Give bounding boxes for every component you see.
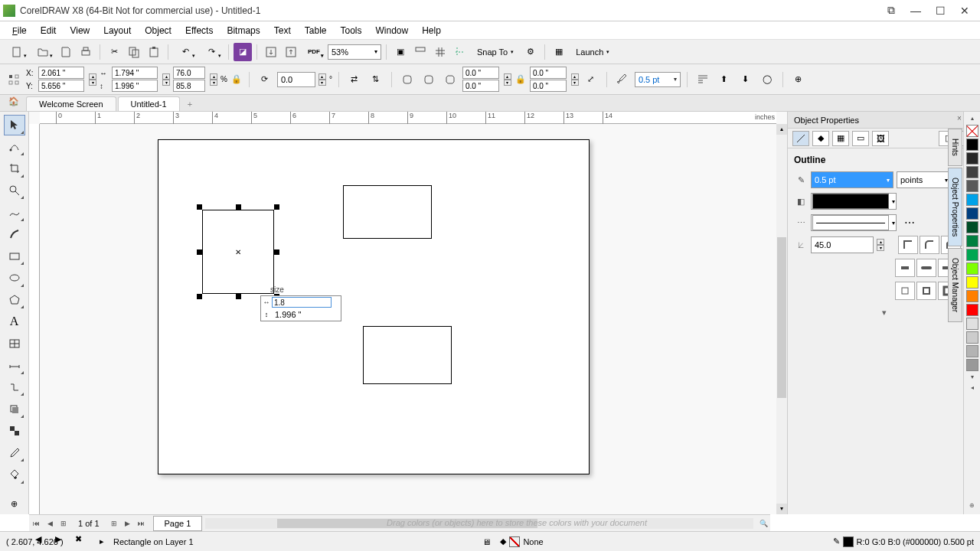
menu-view[interactable]: View (64, 24, 96, 37)
color-swatch[interactable] (966, 331, 978, 344)
crop-tool[interactable] (4, 158, 25, 179)
color-swatch[interactable] (966, 152, 978, 165)
fill-indicator[interactable]: ◆None (500, 536, 543, 547)
color-swatch[interactable] (966, 262, 978, 275)
mirror-h-button[interactable]: ⇄ (345, 70, 364, 89)
nav-add-before[interactable]: ⊞ (57, 517, 70, 530)
relative-corner-button[interactable]: ⤢ (582, 70, 600, 89)
horizontal-ruler[interactable]: inches 01234567891011121314 (40, 112, 776, 124)
selected-rectangle[interactable] (202, 210, 274, 294)
publish-pdf-button[interactable]: PDF (302, 43, 326, 61)
search-content-button[interactable]: ◪ (234, 43, 252, 61)
menu-tools[interactable]: Tools (334, 24, 368, 37)
nav-last-page[interactable]: ⏭ (135, 517, 149, 530)
tab-document[interactable]: Untitled-1 (118, 96, 180, 111)
copy-button[interactable] (125, 43, 143, 61)
quick-customize-button[interactable]: ⊕ (789, 70, 808, 89)
import-button[interactable] (262, 43, 280, 61)
convert-curves-button[interactable]: ◯ (758, 70, 776, 89)
menu-edit[interactable]: Edit (34, 24, 63, 37)
nav-next-page[interactable]: ▶ (121, 517, 135, 530)
pick-tool[interactable] (4, 115, 25, 135)
menu-window[interactable]: Window (370, 24, 415, 37)
corner-l-spinner[interactable]: ▴▾ (504, 73, 511, 86)
palette-scroll-down[interactable]: ▾ (965, 372, 979, 383)
show-grid-button[interactable] (431, 43, 449, 61)
mirror-v-button[interactable]: ⇅ (367, 70, 385, 89)
color-swatch[interactable] (966, 304, 978, 316)
ellipse-tool[interactable] (4, 268, 25, 289)
color-swatch[interactable] (966, 290, 978, 302)
docker-tab-outline[interactable] (792, 131, 809, 146)
outline-settings-button[interactable]: ⋯ (904, 217, 915, 229)
minimize-button[interactable]: — (903, 2, 928, 20)
corner-bl-input[interactable]: 0.0 " (462, 80, 499, 92)
quick-customize-tool[interactable]: ⊕ (4, 494, 25, 515)
menu-layout[interactable]: Layout (97, 24, 137, 37)
tab-welcome[interactable]: Welcome Screen (26, 96, 116, 111)
close-button[interactable]: ✕ (952, 2, 977, 20)
rotation-input[interactable]: 0.0 (277, 72, 315, 87)
new-button[interactable] (5, 43, 29, 61)
object-origin-button[interactable] (5, 70, 23, 89)
scale-y-input[interactable]: 85.8 (173, 80, 205, 92)
menu-file[interactable]: File (6, 24, 33, 37)
cap-round-button[interactable] (916, 259, 936, 277)
color-proof-icon[interactable]: 🖥 (482, 537, 491, 546)
menu-bitmaps[interactable]: Bitmaps (220, 24, 266, 37)
position-center-button[interactable] (916, 282, 936, 300)
drawing-canvas[interactable]: inches 01234567891011121314 ✕ size ↔ ↕1.… (29, 112, 787, 514)
color-swatch[interactable] (966, 345, 978, 357)
color-swatch[interactable] (966, 359, 978, 371)
palette-add[interactable]: ⊕ (965, 500, 979, 511)
color-swatch[interactable] (966, 221, 978, 233)
color-swatch[interactable] (966, 235, 978, 247)
to-back-button[interactable]: ⬇ (737, 70, 755, 89)
menu-table[interactable]: Table (299, 24, 333, 37)
dimension-tool[interactable] (4, 355, 25, 376)
scallop-corner-button[interactable] (420, 70, 438, 89)
scale-spinner[interactable]: ▴▾ (210, 73, 217, 86)
width-input[interactable]: 1.794 " (112, 67, 158, 79)
position-outside-button[interactable] (895, 282, 915, 300)
connector-tool[interactable] (4, 377, 25, 398)
page-tab[interactable]: Page 1 (153, 516, 203, 531)
redo-button[interactable]: ↷ (199, 43, 224, 61)
cut-button[interactable]: ✂ (105, 43, 123, 61)
palette-flyout[interactable]: ◂ (965, 383, 979, 393)
other-instance-icon[interactable]: ⧉ (879, 2, 903, 20)
color-swatch[interactable] (966, 207, 978, 220)
eyedropper-tool[interactable] (4, 442, 25, 463)
nav-add-after[interactable]: ⊞ (107, 517, 121, 530)
outline-style-select[interactable] (811, 214, 897, 231)
quick-nav-left[interactable]: ◀ (29, 530, 47, 548)
zoom-level-select[interactable]: 53% (328, 44, 381, 60)
shape-tool[interactable] (4, 137, 25, 158)
tab-add[interactable]: + (181, 97, 198, 111)
vertical-scrollbar[interactable]: ▴ ▾ (776, 124, 787, 514)
open-button[interactable] (31, 43, 55, 61)
show-rulers-button[interactable] (411, 43, 430, 61)
menu-object[interactable]: Object (139, 24, 178, 37)
undo-button[interactable]: ↶ (173, 43, 198, 61)
miter-limit-input[interactable]: 45.0 (811, 236, 874, 253)
show-guidelines-button[interactable] (451, 43, 469, 61)
color-swatch[interactable] (966, 139, 978, 151)
palette-scroll-up[interactable]: ▴ (965, 113, 979, 124)
size-spinner[interactable]: ▴▾ (162, 73, 170, 86)
save-button[interactable] (57, 43, 75, 61)
document-palette-hint[interactable]: Drag colors (or objects) here to store t… (276, 514, 758, 531)
color-swatch[interactable] (966, 180, 978, 192)
round-corner-button[interactable] (398, 70, 416, 89)
polygon-tool[interactable] (4, 290, 25, 311)
statusbar-menu-icon[interactable]: ▸ (100, 536, 104, 546)
text-tool[interactable]: A (4, 311, 25, 332)
corner-round-button[interactable] (920, 236, 939, 254)
nav-first-page[interactable]: ⏮ (29, 517, 43, 530)
corner-br-input[interactable]: 0.0 " (530, 80, 567, 92)
side-tab-properties[interactable]: Object Properties (948, 168, 962, 246)
color-swatch[interactable] (966, 318, 978, 330)
lock-ratio-button[interactable]: 🔒 (230, 73, 243, 86)
swatch-none[interactable] (966, 125, 978, 137)
launch-button[interactable]: Launch (570, 46, 616, 58)
